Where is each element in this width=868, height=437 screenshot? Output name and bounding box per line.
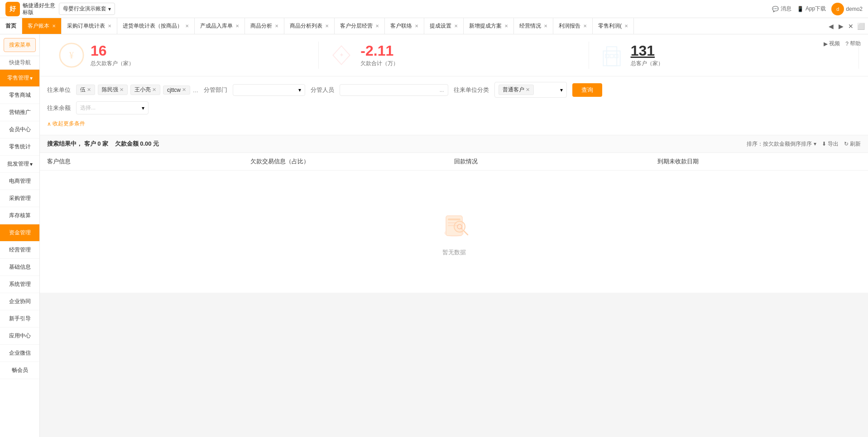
- remove-category-tag[interactable]: ✕: [526, 87, 530, 93]
- results-bar: 搜索结果中， 客户 0 家 欠款金额 0.00 元 排序：按欠款金额倒序排序 ▾…: [40, 135, 868, 153]
- search-menu-button[interactable]: 搜索菜单: [4, 38, 36, 52]
- sidebar-item-ecommerce-mgmt[interactable]: 电商管理: [0, 173, 39, 190]
- refresh-button[interactable]: ↻ 刷新: [844, 140, 861, 148]
- export-button[interactable]: ⬇ 导出: [822, 140, 839, 148]
- message-icon: 💬: [772, 6, 779, 12]
- tab-product-analysis[interactable]: 商品分析 ✕: [245, 18, 284, 34]
- sidebar-item-vip-member[interactable]: 畅会员: [0, 362, 39, 379]
- stat-number-total-customers: 131: [631, 43, 663, 58]
- close-tab-icon[interactable]: ✕: [544, 24, 547, 28]
- more-tags-button[interactable]: ...: [193, 86, 198, 94]
- chevron-down-icon: ▾: [298, 87, 301, 93]
- main-layout: 搜索菜单 快捷导航 零售管理 ▾ 零售商城 营销推广 会员中心 零售统计 批发管…: [0, 34, 868, 437]
- remove-tag-cjttcw[interactable]: ✕: [182, 87, 186, 93]
- sidebar-item-system-mgmt[interactable]: 系统管理: [0, 276, 39, 293]
- close-tab-icon[interactable]: ✕: [52, 24, 56, 28]
- remove-tag-wu[interactable]: ✕: [87, 87, 91, 93]
- stats-actions: ▶ 视频 ? 帮助: [824, 40, 861, 48]
- close-tab-icon[interactable]: ✕: [415, 24, 418, 28]
- tab-product-inbound[interactable]: 产成品入库单 ✕: [195, 18, 245, 34]
- remove-tag-chen[interactable]: ✕: [120, 87, 124, 93]
- tab-home[interactable]: 首页: [0, 18, 22, 34]
- close-tab-icon[interactable]: ✕: [583, 24, 587, 28]
- tab-purchase-stats-by-product[interactable]: 进货单统计表（按商品） ✕: [117, 18, 195, 34]
- svg-rect-7: [610, 54, 613, 57]
- message-button[interactable]: 💬 消息: [772, 5, 791, 13]
- tab-customer-tier[interactable]: 客户分层经营 ✕: [335, 18, 385, 34]
- sidebar-item-operation-mgmt[interactable]: 经营管理: [0, 242, 39, 259]
- close-tab-icon[interactable]: ✕: [235, 24, 239, 28]
- stat-label-debt-amount: 欠款合计（万）: [360, 60, 398, 67]
- app-download-button[interactable]: 📱 App下载: [797, 5, 826, 13]
- unit-category-tag: 普通客户 ✕: [499, 85, 534, 95]
- sidebar-item-fund-mgmt[interactable]: 资金管理: [0, 224, 39, 242]
- tab-operation-status[interactable]: 经营情况 ✕: [514, 18, 553, 34]
- sidebar-item-basic-info[interactable]: 基础信息: [0, 259, 39, 276]
- help-button[interactable]: ? 帮助: [845, 40, 861, 48]
- svg-text:¥: ¥: [69, 50, 74, 60]
- sidebar-item-inventory-check[interactable]: 库存核算: [0, 207, 39, 224]
- close-tab-icon[interactable]: ✕: [454, 24, 458, 28]
- close-tab-icon[interactable]: ✕: [504, 24, 508, 28]
- svg-rect-5: [605, 54, 609, 57]
- close-tab-icon[interactable]: ✕: [624, 24, 628, 28]
- tab-retail-profit[interactable]: 零售利润( ✕: [593, 18, 634, 34]
- tab-customer-contact[interactable]: 客户联络 ✕: [385, 18, 424, 34]
- sidebar-item-marketing[interactable]: 营销推广: [0, 104, 39, 121]
- tab-customer-account[interactable]: 客户账本 ✕: [22, 18, 62, 34]
- sidebar-item-retail-mall[interactable]: 零售商城: [0, 87, 39, 104]
- sidebar-item-member-center[interactable]: 会员中心: [0, 121, 39, 138]
- sidebar: 搜索菜单 快捷导航 零售管理 ▾ 零售商城 营销推广 会员中心 零售统计 批发管…: [0, 34, 40, 437]
- sort-select[interactable]: 排序：按欠款金额倒序排序 ▾: [747, 140, 816, 148]
- person-filter-label: 分管人员: [311, 86, 334, 94]
- tab-product-analysis-list[interactable]: 商品分析列表 ✕: [284, 18, 335, 34]
- top-bar: 好 畅捷通好生意 标版 母婴行业演示账套 ▾ 💬 消息 📱 App下载 d de…: [0, 0, 868, 18]
- unit-tag-cjttcw: cjttcw ✕: [163, 86, 190, 95]
- scroll-tabs-left[interactable]: ◀: [826, 22, 835, 31]
- stat-content-total-customers: 131 总客户（家）: [631, 43, 663, 67]
- top-bar-left: 好 畅捷通好生意 标版 母婴行业演示账套 ▾: [5, 2, 115, 16]
- user-menu[interactable]: d demo2: [831, 3, 863, 15]
- sidebar-quick-nav[interactable]: 快捷导航: [0, 56, 39, 70]
- stat-block-debt-amount: ✦ -2.11 欠款合计（万）: [319, 42, 589, 69]
- remaining-select[interactable]: 选择... ▾: [76, 101, 149, 114]
- sidebar-search-area: 搜索菜单: [0, 34, 39, 56]
- close-all-tabs[interactable]: ✕: [846, 22, 855, 31]
- person-select[interactable]: ...: [340, 84, 448, 96]
- diamond-icon: ✦: [328, 42, 355, 69]
- sidebar-item-new-user-guide[interactable]: 新手引导: [0, 310, 39, 328]
- stat-block-total-customers: 131 总客户（家）: [589, 42, 859, 69]
- close-tab-icon[interactable]: ✕: [275, 24, 278, 28]
- tab-new-promotion-plan[interactable]: 新增提成方案 ✕: [464, 18, 514, 34]
- close-tab-icon[interactable]: ✕: [108, 24, 111, 28]
- stat-content-debt-customers: 16 总欠款客户（家）: [91, 43, 134, 67]
- sidebar-item-retail-mgmt[interactable]: 零售管理 ▾: [0, 70, 39, 87]
- sidebar-item-enterprise-wechat[interactable]: 企业微信: [0, 345, 39, 362]
- tab-purchase-order-stats[interactable]: 采购订单统计表 ✕: [62, 18, 117, 34]
- close-tab-icon[interactable]: ✕: [185, 24, 189, 28]
- remove-tag-wang[interactable]: ✕: [152, 87, 156, 93]
- sidebar-item-enterprise-collab[interactable]: 企业协同: [0, 293, 39, 310]
- query-button[interactable]: 查询: [572, 83, 602, 97]
- chevron-icon: ▾: [30, 161, 33, 167]
- download-icon: 📱: [797, 6, 804, 12]
- sidebar-item-app-center[interactable]: 应用中心: [0, 328, 39, 345]
- sidebar-item-retail-stats[interactable]: 零售统计: [0, 138, 39, 156]
- sidebar-item-wholesale-mgmt[interactable]: 批发管理 ▾: [0, 156, 39, 173]
- video-button[interactable]: ▶ 视频: [824, 40, 840, 48]
- unit-category-select[interactable]: 普通客户 ✕ ▾: [494, 82, 567, 98]
- close-tab-icon[interactable]: ✕: [375, 24, 379, 28]
- tab-promotion-settings[interactable]: 提成设置 ✕: [424, 18, 464, 34]
- person-clear[interactable]: ...: [440, 87, 444, 93]
- collapse-button[interactable]: ∧ 收起更多条件: [47, 120, 861, 128]
- logo-area: 好 畅捷通好生意 标版: [5, 2, 55, 16]
- department-select[interactable]: ▾: [233, 84, 305, 96]
- sidebar-item-purchase-mgmt[interactable]: 采购管理: [0, 190, 39, 207]
- play-icon: ▶: [824, 41, 828, 47]
- stat-content-debt-amount: -2.11 欠款合计（万）: [360, 43, 398, 67]
- company-selector[interactable]: 母婴行业演示账套 ▾: [59, 3, 115, 15]
- tab-profit-report[interactable]: 利润报告 ✕: [553, 18, 593, 34]
- close-tab-icon[interactable]: ✕: [325, 24, 329, 28]
- scroll-tabs-right[interactable]: ▶: [836, 22, 845, 31]
- maximize-button[interactable]: ⬜: [856, 22, 865, 31]
